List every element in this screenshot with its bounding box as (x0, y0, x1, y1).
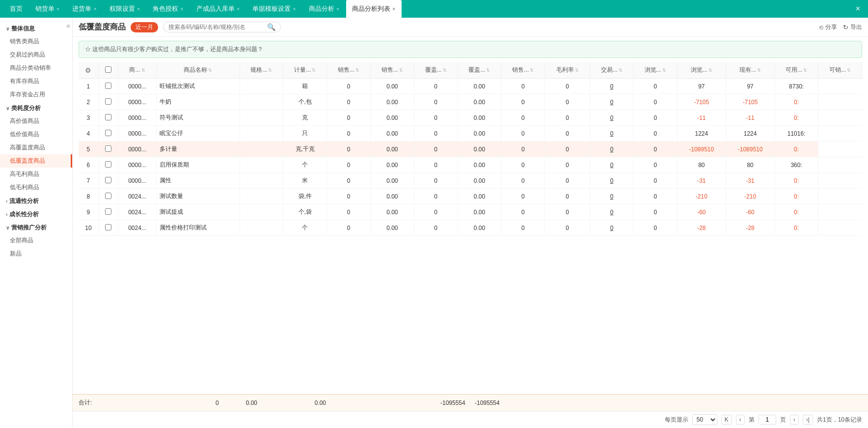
row-link[interactable]: 0 (590, 189, 634, 204)
row-checkbox[interactable] (98, 142, 118, 157)
col-s9[interactable]: 浏览...⇅ (677, 62, 726, 79)
prev-page-btn[interactable]: ‹ (736, 415, 745, 425)
sidebar-item-high-coverage[interactable]: 高覆盖度商品 (0, 141, 72, 154)
page-size-select[interactable]: 50 100 200 (692, 414, 717, 425)
col-s8[interactable]: 浏览...⇅ (633, 62, 677, 79)
row-checkbox[interactable] (98, 79, 118, 94)
col-s3[interactable]: 覆盖...⇅ (414, 62, 458, 79)
nav-purchase-close[interactable]: × (93, 6, 96, 12)
search-input[interactable] (168, 24, 265, 30)
col-code[interactable]: 商...⇅ (118, 62, 156, 79)
nav-product-close[interactable]: × (237, 6, 240, 12)
row-name[interactable]: 测试提成 (156, 204, 240, 220)
row-s9: -1089510 (726, 142, 774, 157)
row-link[interactable]: 0 (590, 173, 634, 189)
row-checkbox[interactable] (98, 94, 118, 110)
next-page-btn[interactable]: › (790, 415, 799, 425)
first-page-btn[interactable]: K (721, 415, 732, 425)
row-checkbox[interactable] (98, 204, 118, 220)
window-close[interactable]: × (852, 4, 864, 13)
nav-analysis-list-close[interactable]: × (392, 6, 395, 12)
nav-product[interactable]: 产成品入库单 × (190, 0, 245, 18)
row-name[interactable]: 牛奶 (156, 94, 240, 110)
row-link[interactable]: 0 (590, 94, 634, 110)
sidebar-item-category-rate[interactable]: 商品分类动销率 (0, 61, 72, 75)
sidebar-item-high-value[interactable]: 高价值商品 (0, 114, 72, 128)
nav-purchase-label: 进货单 (72, 4, 91, 13)
search-icon[interactable]: 🔍 (267, 23, 275, 31)
col-name[interactable]: 商品名称⇅ (156, 62, 240, 79)
col-s10[interactable]: 现有...⇅ (726, 62, 774, 79)
sidebar-item-low-coverage[interactable]: 低覆盖度商品 (0, 154, 72, 168)
col-s7[interactable]: 交易...⇅ (590, 62, 634, 79)
sidebar-item-stocked-goods[interactable]: 有库存商品 (0, 75, 72, 88)
sidebar-section-marketing[interactable]: ∨ 营销推广分析 (0, 221, 72, 234)
row-name[interactable]: 属性价格打印测试 (156, 220, 240, 236)
sidebar-section-circulation[interactable]: › 流通性分析 (0, 194, 72, 207)
col-s1[interactable]: 销售...⇅ (327, 62, 371, 79)
nav-analysis[interactable]: 商品分析 × (303, 0, 345, 18)
sidebar-item-low-value[interactable]: 低价值商品 (0, 128, 72, 141)
nav-sales-close[interactable]: × (56, 6, 59, 12)
row-link[interactable]: 0 (590, 220, 634, 236)
sidebar-item-low-profit[interactable]: 低毛利商品 (0, 181, 72, 194)
sidebar-item-stock-capital[interactable]: 库存资金占用 (0, 88, 72, 101)
col-s11[interactable]: 可用...⇅ (775, 62, 818, 79)
col-s2[interactable]: 销售...⇅ (370, 62, 414, 79)
row-checkbox[interactable] (98, 126, 118, 142)
col-spec[interactable]: 规格...⇅ (240, 62, 283, 79)
col-unit[interactable]: 计量...⇅ (283, 62, 327, 79)
page-input[interactable] (759, 415, 776, 425)
row-checkbox[interactable] (98, 110, 118, 126)
sidebar-item-all-goods[interactable]: 全部商品 (0, 234, 72, 247)
col-s5[interactable]: 销售...⇅ (501, 62, 545, 79)
nav-role[interactable]: 角色授权 × (147, 0, 189, 18)
nav-purchase[interactable]: 进货单 × (66, 0, 102, 18)
row-checkbox[interactable] (98, 157, 118, 173)
row-name[interactable]: 旺铺批次测试 (156, 79, 240, 94)
nav-role-close[interactable]: × (180, 6, 183, 12)
row-checkbox[interactable] (98, 220, 118, 236)
sidebar-item-traded-goods[interactable]: 交易过的商品 (0, 48, 72, 61)
nav-template-close[interactable]: × (293, 6, 296, 12)
sidebar-item-high-profit[interactable]: 高毛利商品 (0, 168, 72, 181)
sidebar-section-overall[interactable]: ∨ 整体信息 (0, 22, 72, 35)
row-link[interactable]: 0 (590, 157, 634, 173)
last-page-btn[interactable]: ›| (803, 415, 813, 425)
row-link[interactable]: 0 (590, 126, 634, 142)
row-checkbox[interactable] (98, 189, 118, 204)
col-settings[interactable]: ⚙ (79, 62, 98, 79)
row-link[interactable]: 0 (590, 110, 634, 126)
share-button[interactable]: ⎋ 分享 (819, 23, 837, 31)
col-s12[interactable]: 可销...⇅ (818, 62, 862, 79)
nav-analysis-close[interactable]: × (336, 6, 339, 12)
sidebar-section-consume[interactable]: ∨ 类耗度分析 (0, 101, 72, 114)
col-checkbox[interactable] (98, 62, 118, 79)
row-link[interactable]: 0 (590, 142, 634, 157)
row-link[interactable]: 0 (590, 204, 634, 220)
export-button[interactable]: ↻ 导出 (843, 23, 862, 31)
nav-permissions[interactable]: 权限设置 × (104, 0, 146, 18)
row-name[interactable]: 眠宝公仔 (156, 126, 240, 142)
row-unit: 个 (283, 157, 327, 173)
sidebar-collapse-btn[interactable]: « (66, 22, 70, 29)
row-checkbox[interactable] (98, 173, 118, 189)
nav-template[interactable]: 单据模板设置 × (246, 0, 301, 18)
row-name[interactable]: 属性 (156, 173, 240, 189)
row-name[interactable]: 符号测试 (156, 110, 240, 126)
nav-home[interactable]: 首页 (4, 0, 28, 18)
row-name[interactable]: 启用保质期 (156, 157, 240, 173)
row-link[interactable]: 0 (590, 79, 634, 94)
period-button[interactable]: 近一月 (131, 22, 158, 32)
sidebar-item-new-goods[interactable]: 新品 (0, 247, 72, 260)
col-s4[interactable]: 覆盖...⇅ (458, 62, 501, 79)
nav-permissions-close[interactable]: × (137, 6, 140, 12)
nav-analysis-list[interactable]: 商品分析列表 × (346, 0, 401, 18)
row-name[interactable]: 多计量 (156, 142, 240, 157)
nav-sales[interactable]: 销货单 × (29, 0, 65, 18)
sidebar-item-sales-goods[interactable]: 销售类商品 (0, 35, 72, 48)
col-s6[interactable]: 毛利率⇅ (545, 62, 590, 79)
sidebar-section-growth[interactable]: › 成长性分析 (0, 207, 72, 221)
select-all-checkbox[interactable] (105, 66, 111, 73)
row-name[interactable]: 测试数量 (156, 189, 240, 204)
